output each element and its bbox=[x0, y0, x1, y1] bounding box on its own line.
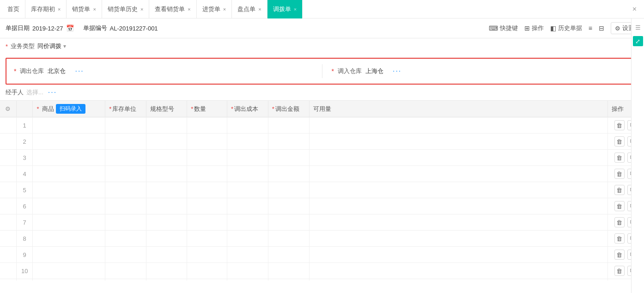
row-product-cell[interactable] bbox=[33, 117, 105, 134]
row-cost-cell[interactable] bbox=[227, 231, 268, 247]
row-available-cell[interactable] bbox=[309, 263, 608, 279]
row-delete-button[interactable]: 🗑 bbox=[614, 201, 625, 211]
row-delete-button[interactable]: 🗑 bbox=[614, 153, 625, 163]
row-available-cell[interactable] bbox=[309, 150, 608, 166]
in-warehouse-more-button[interactable]: ··· bbox=[393, 67, 401, 75]
row-spec-cell[interactable] bbox=[146, 247, 187, 263]
row-product-cell[interactable] bbox=[33, 182, 105, 198]
row-unit-cell[interactable] bbox=[105, 182, 146, 198]
row-unit-cell[interactable] bbox=[105, 117, 146, 134]
row-available-cell[interactable] bbox=[309, 166, 608, 182]
shortcuts-button[interactable]: ⌨ 快捷键 bbox=[489, 24, 518, 32]
layout1-button[interactable]: ≡ bbox=[589, 24, 592, 32]
tab-close-purchase[interactable]: × bbox=[223, 6, 226, 12]
row-unit-cell[interactable] bbox=[105, 279, 146, 281]
row-qty-cell[interactable] bbox=[187, 182, 227, 198]
row-available-cell[interactable] bbox=[309, 214, 608, 231]
tab-close-sales-order[interactable]: × bbox=[93, 6, 96, 12]
row-cost-cell[interactable] bbox=[227, 117, 268, 134]
row-amount-cell[interactable] bbox=[268, 134, 309, 150]
row-unit-cell[interactable] bbox=[105, 134, 146, 150]
gear-icon[interactable]: ⚙ bbox=[5, 105, 11, 112]
row-product-cell[interactable] bbox=[33, 263, 105, 279]
row-unit-cell[interactable] bbox=[105, 231, 146, 247]
layout2-button[interactable]: ⊟ bbox=[599, 24, 604, 32]
row-spec-cell[interactable] bbox=[146, 182, 187, 198]
history-button[interactable]: ◧ 历史单据 bbox=[550, 24, 582, 32]
row-product-cell[interactable] bbox=[33, 247, 105, 263]
row-available-cell[interactable] bbox=[309, 117, 608, 134]
out-warehouse-more-button[interactable]: ··· bbox=[75, 67, 84, 75]
row-cost-cell[interactable] bbox=[227, 134, 268, 150]
row-amount-cell[interactable] bbox=[268, 279, 309, 281]
row-product-cell[interactable] bbox=[33, 279, 105, 281]
row-available-cell[interactable] bbox=[309, 182, 608, 198]
sidebar-expand-icon[interactable]: ⤢ bbox=[633, 36, 643, 46]
row-qty-cell[interactable] bbox=[187, 231, 227, 247]
row-product-cell[interactable] bbox=[33, 214, 105, 231]
row-available-cell[interactable] bbox=[309, 198, 608, 214]
row-unit-cell[interactable] bbox=[105, 247, 146, 263]
sidebar-list-icon[interactable]: ☰ bbox=[633, 22, 643, 32]
tab-view-sales[interactable]: 查看销货单 × bbox=[149, 0, 196, 18]
row-amount-cell[interactable] bbox=[268, 247, 309, 263]
row-unit-cell[interactable] bbox=[105, 198, 146, 214]
row-unit-cell[interactable] bbox=[105, 150, 146, 166]
row-spec-cell[interactable] bbox=[146, 231, 187, 247]
row-delete-button[interactable]: 🗑 bbox=[614, 185, 625, 195]
tab-close-transfer[interactable]: × bbox=[294, 6, 297, 12]
row-qty-cell[interactable] bbox=[187, 134, 227, 150]
row-qty-cell[interactable] bbox=[187, 263, 227, 279]
row-cost-cell[interactable] bbox=[227, 279, 268, 281]
row-amount-cell[interactable] bbox=[268, 198, 309, 214]
handler-more-button[interactable]: ··· bbox=[48, 88, 57, 97]
row-spec-cell[interactable] bbox=[146, 279, 187, 281]
row-qty-cell[interactable] bbox=[187, 247, 227, 263]
row-cost-cell[interactable] bbox=[227, 182, 268, 198]
tab-sales-order[interactable]: 销货单 × bbox=[67, 0, 102, 18]
row-spec-cell[interactable] bbox=[146, 150, 187, 166]
row-amount-cell[interactable] bbox=[268, 150, 309, 166]
row-cost-cell[interactable] bbox=[227, 198, 268, 214]
row-product-cell[interactable] bbox=[33, 134, 105, 150]
row-delete-button[interactable]: 🗑 bbox=[614, 120, 625, 130]
tab-transfer[interactable]: 调拨单 × bbox=[267, 0, 303, 18]
row-cost-cell[interactable] bbox=[227, 214, 268, 231]
row-delete-button[interactable]: 🗑 bbox=[614, 169, 625, 179]
row-amount-cell[interactable] bbox=[268, 231, 309, 247]
row-spec-cell[interactable] bbox=[146, 117, 187, 134]
row-cost-cell[interactable] bbox=[227, 166, 268, 182]
tab-purchase[interactable]: 进货单 × bbox=[197, 0, 232, 18]
business-type-select[interactable]: 同价调拨 ▾ bbox=[37, 42, 66, 50]
row-available-cell[interactable] bbox=[309, 247, 608, 263]
row-qty-cell[interactable] bbox=[187, 150, 227, 166]
row-delete-button[interactable]: 🗑 bbox=[614, 233, 625, 244]
row-available-cell[interactable] bbox=[309, 134, 608, 150]
row-available-cell[interactable] bbox=[309, 231, 608, 247]
row-qty-cell[interactable] bbox=[187, 166, 227, 182]
row-spec-cell[interactable] bbox=[146, 214, 187, 231]
tab-close-stocktake[interactable]: × bbox=[258, 6, 261, 12]
row-amount-cell[interactable] bbox=[268, 166, 309, 182]
row-cost-cell[interactable] bbox=[227, 263, 268, 279]
row-amount-cell[interactable] bbox=[268, 214, 309, 231]
row-qty-cell[interactable] bbox=[187, 198, 227, 214]
row-unit-cell[interactable] bbox=[105, 166, 146, 182]
row-available-cell[interactable] bbox=[309, 279, 608, 281]
row-amount-cell[interactable] bbox=[268, 263, 309, 279]
row-spec-cell[interactable] bbox=[146, 263, 187, 279]
row-spec-cell[interactable] bbox=[146, 134, 187, 150]
row-qty-cell[interactable] bbox=[187, 214, 227, 231]
row-cost-cell[interactable] bbox=[227, 150, 268, 166]
row-qty-cell[interactable] bbox=[187, 279, 227, 281]
tab-close-view-sales[interactable]: × bbox=[188, 6, 190, 12]
scan-button[interactable]: 扫码录入 bbox=[56, 104, 85, 114]
row-delete-button[interactable]: 🗑 bbox=[614, 250, 625, 260]
row-unit-cell[interactable] bbox=[105, 263, 146, 279]
tab-close-inventory-init[interactable]: × bbox=[58, 6, 61, 12]
window-close-button[interactable]: × bbox=[629, 5, 640, 13]
tab-stocktake[interactable]: 盘点单 × bbox=[232, 0, 267, 18]
row-spec-cell[interactable] bbox=[146, 198, 187, 214]
row-amount-cell[interactable] bbox=[268, 182, 309, 198]
row-delete-button[interactable]: 🗑 bbox=[614, 217, 625, 227]
